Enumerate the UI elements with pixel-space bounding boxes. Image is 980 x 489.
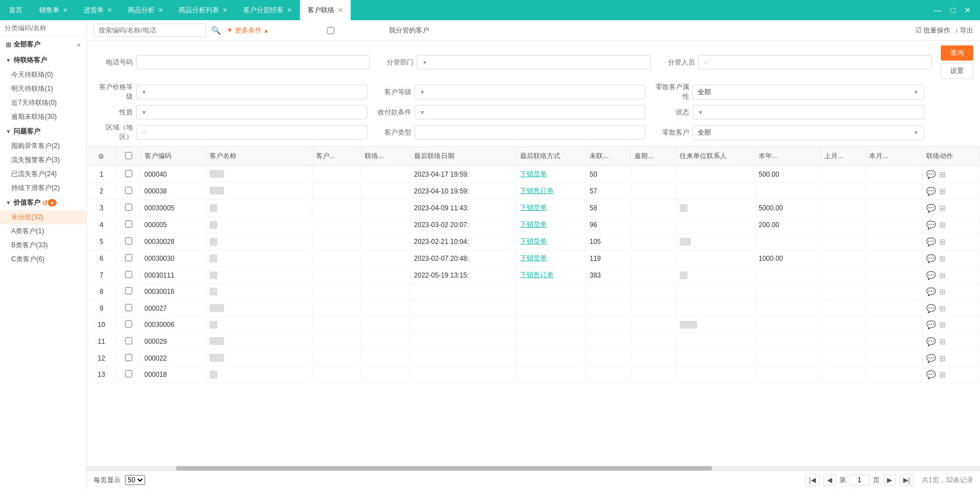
message-icon[interactable]: 💬 [926,204,936,213]
per-page-select[interactable]: 50 [125,475,145,485]
grid-action-icon[interactable]: ⊞ [939,304,946,313]
message-icon[interactable]: 💬 [926,254,936,263]
cell-last-method[interactable]: 下销货单 [517,216,586,233]
tab-customer-segment-close[interactable]: ✕ [287,7,292,14]
last-method-link[interactable]: 下销售订单 [520,187,554,195]
cell-check[interactable] [116,350,141,367]
export-btn[interactable]: ↓ 导出 [955,26,973,35]
minimize-btn[interactable]: — [930,6,946,15]
filter-nature-select[interactable]: ▼ [136,105,368,119]
sidebar-item-today[interactable]: 今天待联络(0) [0,68,86,82]
row-checkbox[interactable] [125,254,132,261]
close-btn-win[interactable]: ✕ [960,6,976,15]
message-icon[interactable]: 💬 [926,187,936,196]
search-icon[interactable]: 🔍 [211,26,221,35]
filter-phone-input[interactable] [136,55,370,70]
sidebar-item-class-c[interactable]: C类客户(6) [0,252,86,266]
sidebar-item-7days[interactable]: 近7天待联络(0) [0,96,86,110]
first-page-btn[interactable]: |◀ [805,474,820,486]
tab-purchase-close[interactable]: ✕ [107,7,112,14]
more-conditions-btn[interactable]: ▼ 更多条件 ▲ [226,26,269,35]
last-method-link[interactable]: 下销货单 [520,204,547,211]
prev-page-btn[interactable]: ◀ [823,474,836,486]
sidebar-item-class-b[interactable]: B类客户(33) [0,238,86,252]
tab-product-analysis-list-close[interactable]: ✕ [222,7,227,14]
grid-action-icon[interactable]: ⊞ [939,370,946,379]
batch-operation-btn[interactable]: ☑ 批量操作 [916,26,950,35]
sidebar-collapse-icon[interactable]: « [77,41,81,49]
tab-customer-contact-close[interactable]: ✕ [338,7,343,14]
cell-last-method[interactable]: 下销售订单 [517,267,586,284]
tab-product-analysis[interactable]: 商品分析 ✕ [120,0,171,20]
filter-retail-attr-select[interactable]: 全部 ▼ [693,85,924,100]
sidebar-problem-group[interactable]: ▼ 问题客户 [0,124,86,139]
my-customers-filter[interactable]: 我分管的客户 [275,26,429,35]
row-checkbox[interactable] [125,304,132,311]
maximize-btn[interactable]: □ [946,6,960,15]
cell-check[interactable] [116,284,141,300]
sidebar-item-hoard[interactable]: 囤购异常客户(2) [0,139,86,153]
row-checkbox[interactable] [125,170,132,177]
filter-payment-select[interactable]: ▼ [415,105,646,119]
next-page-btn[interactable]: ▶ [883,474,896,486]
message-icon[interactable]: 💬 [926,370,936,379]
cell-check[interactable] [116,166,141,183]
filter-manager-select[interactable]: ··· [698,55,932,70]
cell-check[interactable] [116,216,141,233]
horizontal-scrollbar-thumb[interactable] [176,466,712,470]
last-method-link[interactable]: 下销售订单 [520,271,554,279]
message-icon[interactable]: 💬 [926,237,936,246]
row-checkbox[interactable] [125,370,132,377]
grid-action-icon[interactable]: ⊞ [939,254,946,263]
grid-action-icon[interactable]: ⊞ [939,287,946,296]
sidebar-item-churn-warning[interactable]: 流失预警客户(3) [0,153,86,167]
message-icon[interactable]: 💬 [926,287,936,296]
sidebar-all-customers[interactable]: ⊞ 全部客户 « [0,36,86,53]
row-checkbox[interactable] [125,287,132,294]
tab-home[interactable]: 首页 [0,0,31,20]
sidebar-item-tomorrow[interactable]: 明天待联络(1) [0,82,86,96]
filter-retail-customer-select[interactable]: 全部 ▼ [693,125,924,140]
th-settings[interactable]: ⚙ [87,147,116,166]
row-checkbox[interactable] [125,337,132,344]
last-method-link[interactable]: 下销货单 [520,254,547,262]
message-icon[interactable]: 💬 [926,304,936,313]
sidebar-value-group[interactable]: ▼ 价值客户 ↺ ● [0,195,86,210]
grid-action-icon[interactable]: ⊞ [939,220,946,229]
horizontal-scrollbar[interactable] [87,466,980,470]
query-button[interactable]: 查询 [941,45,973,61]
last-method-link[interactable]: 下销货单 [520,170,547,178]
tab-customer-segment[interactable]: 客户分层经客 ✕ [235,0,300,20]
tab-sales[interactable]: 销售单 ✕ [31,0,76,20]
cell-check[interactable] [116,183,141,200]
search-input[interactable] [94,24,206,37]
tab-product-analysis-close[interactable]: ✕ [158,7,163,14]
filter-customer-type-input[interactable] [415,125,646,140]
cell-check[interactable] [116,333,141,350]
cell-last-method[interactable]: 下销货单 [517,200,586,216]
filter-region-select[interactable]: ··· [136,125,368,140]
message-icon[interactable]: 💬 [926,220,936,229]
sidebar-item-overdue[interactable]: 逾期未联络(30) [0,110,86,124]
last-page-btn[interactable]: ▶| [899,474,914,486]
grid-action-icon[interactable]: ⊞ [939,271,946,280]
filter-customer-level-select[interactable]: ▼ [415,85,646,99]
grid-action-icon[interactable]: ⊞ [939,187,946,196]
last-method-link[interactable]: 下销货单 [520,220,547,228]
cell-check[interactable] [116,367,141,383]
cell-last-method[interactable]: 下销售订单 [517,183,586,200]
tab-purchase[interactable]: 进货单 ✕ [76,0,120,20]
cell-check[interactable] [116,317,141,333]
message-icon[interactable]: 💬 [926,320,936,329]
row-checkbox[interactable] [125,220,132,228]
grid-action-icon[interactable]: ⊞ [939,354,946,363]
grid-action-icon[interactable]: ⊞ [939,320,946,329]
filter-status-select[interactable]: ▼ [693,105,924,119]
tab-customer-contact[interactable]: 客户联络 ✕ [300,0,351,20]
cell-last-method[interactable]: 下销货单 [517,166,586,183]
grid-action-icon[interactable]: ⊞ [939,337,946,346]
sidebar-pending-group[interactable]: ▼ 待联络客户 [0,53,86,68]
row-checkbox[interactable] [125,271,132,278]
cell-last-method[interactable]: 下销货单 [517,233,586,250]
sidebar-item-declining[interactable]: 持续下滑客户(2) [0,181,86,195]
